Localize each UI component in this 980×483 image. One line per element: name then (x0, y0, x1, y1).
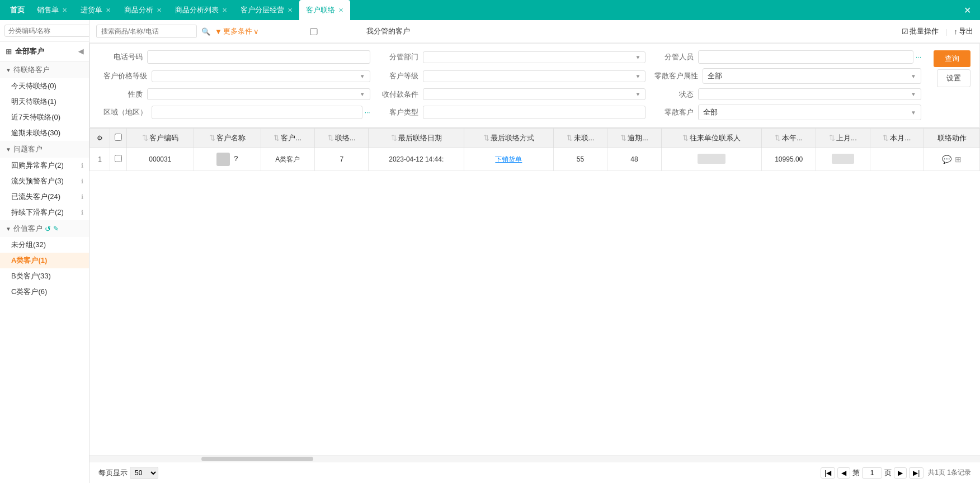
sidebar-item-class-a[interactable]: A类客户(1) (0, 253, 89, 268)
person-more-button[interactable]: ··· (916, 53, 921, 61)
close-customer-segment-tab[interactable]: ✕ (288, 7, 293, 14)
sort-date-icon[interactable]: ⇅ (391, 134, 397, 142)
phone-input[interactable] (147, 50, 370, 64)
close-customer-contact-tab[interactable]: ✕ (338, 7, 343, 14)
section-header-pending[interactable]: ▼ 待联络客户 (0, 61, 89, 78)
prev-page-button[interactable]: ◀ (837, 467, 850, 479)
close-purchase-tab[interactable]: ✕ (106, 7, 111, 14)
last-page-button[interactable]: ▶| (909, 467, 924, 479)
th-this-month: ⇅本月... (870, 129, 924, 148)
sidebar-item-class-c[interactable]: C类客户(6) (0, 284, 89, 300)
th-action: 联络动作 (924, 129, 980, 148)
th-code: ⇅客户编码 (127, 129, 194, 148)
sidebar-item-7days-pending[interactable]: 近7天待联络(0) (0, 110, 89, 125)
first-page-button[interactable]: |◀ (821, 467, 835, 479)
sidebar-item-declining[interactable]: 持续下滑客户(2) ℹ (0, 205, 89, 220)
bottom-bar: 每页显示 50 100 200 |◀ ◀ 第 页 ▶ ▶| 共1页 1条记录 (89, 462, 980, 483)
select-all-checkbox[interactable] (115, 134, 122, 141)
region-input[interactable] (152, 106, 362, 119)
td-checkbox[interactable] (110, 148, 127, 171)
info-icon-declining: ℹ (81, 209, 83, 216)
sidebar-item-today-pending[interactable]: 今天待联络(0) (0, 78, 89, 94)
sidebar-item-churned[interactable]: 已流失客户(24) ℹ (0, 189, 89, 205)
td-last-contact-way[interactable]: 下销货单 (464, 148, 554, 171)
sort-code-icon[interactable]: ⇅ (142, 134, 148, 142)
sort-no-contact-icon[interactable]: ⇅ (567, 134, 573, 142)
sidebar-item-repurchase-anomaly[interactable]: 回购异常客户(2) ℹ (0, 158, 89, 173)
retail-customer-select[interactable]: 全部 ▼ (698, 105, 921, 120)
price-level-select[interactable]: ▼ (152, 70, 370, 82)
all-customers-header[interactable]: ⊞ 全部客户 ◀ (0, 42, 89, 61)
close-product-analysis-list-tab[interactable]: ✕ (222, 7, 227, 14)
person-input[interactable] (698, 50, 913, 64)
retail-attr-select[interactable]: 全部 ▼ (703, 68, 921, 84)
sort-overdue-icon[interactable]: ⇅ (620, 134, 626, 142)
qr-icon[interactable]: ⊞ (955, 155, 962, 164)
th-checkbox[interactable] (110, 129, 127, 148)
more-filter-button[interactable]: ▼ 更多条件 ∨ (215, 26, 259, 36)
search-input[interactable] (96, 25, 197, 38)
status-select[interactable]: ▼ (698, 88, 921, 100)
filter-row-2: 客户价格等级 ▼ 客户等级 ▼ (99, 66, 926, 86)
my-customer-checkbox-area[interactable]: 我分管的客户 (263, 26, 410, 36)
sidebar-search-input[interactable] (4, 25, 89, 37)
search-button[interactable]: 🔍 (201, 27, 210, 36)
close-product-analysis-tab[interactable]: ✕ (157, 7, 162, 14)
sort-last-month-icon[interactable]: ⇅ (829, 134, 835, 142)
app-close-button[interactable]: ✕ (959, 5, 976, 16)
my-customer-checkbox[interactable] (263, 28, 364, 35)
scrollbar-thumb[interactable] (201, 457, 313, 461)
setting-button[interactable]: 设置 (937, 69, 970, 87)
td-actions: 💬 ⊞ (924, 148, 980, 171)
th-overdue: ⇅逾期... (607, 129, 661, 148)
th-gear[interactable]: ⚙ (90, 129, 110, 148)
per-page-select[interactable]: 50 100 200 (130, 467, 158, 479)
tab-customer-segment[interactable]: 客户分层经营 ✕ (234, 0, 299, 20)
section-header-problem[interactable]: ▼ 问题客户 (0, 141, 89, 158)
sort-this-month-icon[interactable]: ⇅ (883, 134, 889, 142)
sidebar-item-tomorrow-pending[interactable]: 明天待联络(1) (0, 94, 89, 110)
tab-sales[interactable]: 销售单 ✕ (30, 0, 74, 20)
next-page-button[interactable]: ▶ (894, 467, 907, 479)
table-row: 1 000031 ? A类客户 7 2023-04-12 14:44: 下销货单… (90, 148, 980, 171)
dept-select[interactable]: ▼ (423, 51, 646, 63)
sort-contact-person-icon[interactable]: ⇅ (682, 134, 689, 142)
customer-type-input[interactable] (423, 106, 646, 119)
nature-select[interactable]: ▼ (147, 88, 370, 100)
export-button[interactable]: ↑ 导出 (954, 26, 974, 36)
sidebar-item-ungrouped[interactable]: 未分组(32) (0, 237, 89, 253)
sort-name-icon[interactable]: ⇅ (209, 134, 215, 142)
query-button[interactable]: 查询 (934, 50, 970, 67)
chat-icon[interactable]: 💬 (942, 155, 951, 164)
tab-product-analysis[interactable]: 商品分析 ✕ (117, 0, 168, 20)
status-label: 状态 (654, 89, 694, 100)
home-tab[interactable]: 首页 (4, 0, 30, 20)
td-this-month (870, 148, 924, 171)
close-sales-tab[interactable]: ✕ (62, 7, 67, 14)
arrow-value: ▼ (6, 226, 11, 232)
payment-select[interactable]: ▼ (423, 88, 646, 100)
sidebar-item-churn-warning[interactable]: 流失预警客户(3) ℹ (0, 173, 89, 189)
arrow-problem: ▼ (6, 146, 11, 153)
sort-way-icon[interactable]: ⇅ (483, 134, 489, 142)
customer-level-select[interactable]: ▼ (423, 70, 646, 82)
sort-contact-icon[interactable]: ⇅ (328, 134, 334, 142)
page-input[interactable] (862, 467, 882, 479)
row-checkbox[interactable] (115, 155, 122, 162)
tab-customer-contact[interactable]: 客户联络 ✕ (299, 0, 350, 20)
batch-operation-button[interactable]: ☑ 批量操作 (902, 26, 939, 36)
sidebar-item-class-b[interactable]: B类客户(33) (0, 268, 89, 284)
filter-row-4: 区域（地区） ··· 客户类型 零散客户 全部 ▼ (99, 102, 926, 122)
sidebar-collapse-btn[interactable]: ◀ (78, 48, 83, 55)
tab-product-analysis-list[interactable]: 商品分析列表 ✕ (168, 0, 234, 20)
horizontal-scrollbar[interactable] (89, 455, 980, 462)
edit-value-icon[interactable]: ✎ (53, 225, 59, 233)
sort-type-icon[interactable]: ⇅ (274, 134, 280, 142)
section-header-value[interactable]: ▼ 价值客户 ↺ ✎ (0, 220, 89, 237)
region-more-button[interactable]: ··· (365, 108, 370, 116)
sidebar-item-overdue-contact[interactable]: 逾期未联络(30) (0, 125, 89, 141)
refresh-value-icon[interactable]: ↺ (45, 225, 51, 233)
sort-this-year-icon[interactable]: ⇅ (775, 134, 781, 142)
sidebar-search-area: 🔍 (0, 20, 89, 42)
tab-purchase[interactable]: 进货单 ✕ (74, 0, 117, 20)
